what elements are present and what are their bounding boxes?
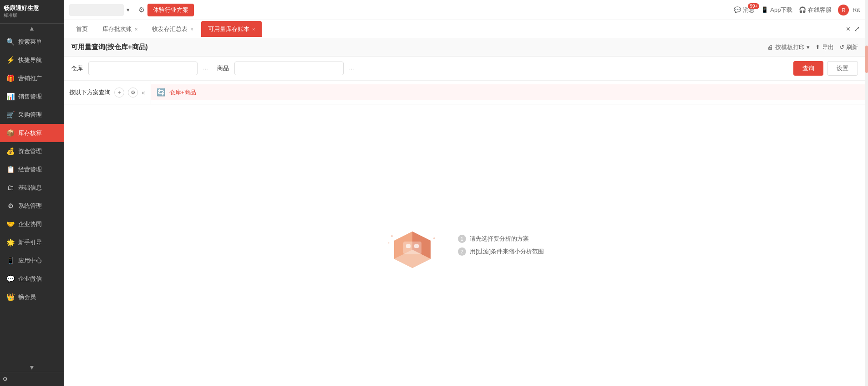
expand-button[interactable]: ⤢ — [854, 25, 860, 33]
query-buttons: 查询 设置 — [793, 61, 858, 76]
sidebar-item-label: 企业协同 — [18, 220, 42, 228]
online-service-button[interactable]: 🎧 在线客服 — [799, 6, 832, 14]
print-button[interactable]: 🖨 按模板打印 ▾ — [767, 43, 810, 51]
tab-home[interactable]: 首页 — [69, 21, 95, 37]
operation-icon: 📋 — [6, 165, 15, 174]
tab-receive-summary[interactable]: 收发存汇总表 × — [145, 21, 200, 37]
refresh-button[interactable]: ↺ 刷新 — [839, 43, 858, 51]
sidebar-item-inventory[interactable]: 📦 库存核算 — [0, 124, 64, 142]
sidebar-item-finance[interactable]: 💰 资金管理 — [0, 142, 64, 160]
tab-available-ledger[interactable]: 可用量库存账本 × — [201, 21, 262, 37]
sidebar-bottom-settings[interactable]: ⚙ — [0, 372, 64, 386]
page-header: 可用量查询(按仓库+商品) 🖨 按模板打印 ▾ ⬆ 导出 ↺ 刷新 — [64, 38, 865, 57]
export-button[interactable]: ⬆ 导出 — [815, 43, 834, 51]
tab-label: 可用量库存账本 — [208, 25, 249, 33]
app-download-button[interactable]: 📱 App下载 — [761, 6, 792, 14]
sidebar-item-enterprise-wx[interactable]: 💬 企业微信 — [0, 270, 64, 288]
guide-icon: 🌟 — [6, 238, 15, 247]
basic-icon: 🗂 — [6, 184, 15, 191]
sidebar-item-member[interactable]: 👑 畅会员 — [0, 288, 64, 306]
sidebar-item-label: 系统管理 — [18, 202, 42, 210]
sidebar-item-label: 资金管理 — [18, 147, 42, 155]
scheme-item-label: 仓库+商品 — [169, 88, 197, 97]
sidebar-item-marketing[interactable]: 🎁 营销推广 — [0, 69, 64, 87]
tip-text-2: 用[过滤]条件来缩小分析范围 — [470, 247, 544, 256]
scroll-handle[interactable] — [865, 46, 868, 73]
enterprise-icon: 🤝 — [6, 220, 15, 228]
refresh-icon: ↺ — [839, 44, 844, 51]
tab-close-icon[interactable]: × — [135, 26, 137, 32]
close-all-tabs-button[interactable]: × — [846, 25, 850, 33]
sidebar-scroll-up[interactable]: ▲ — [0, 24, 64, 33]
sidebar-item-operation[interactable]: 📋 经营管理 — [0, 160, 64, 179]
sidebar-item-enterprise[interactable]: 🤝 企业协同 — [0, 215, 64, 233]
gear-icon[interactable]: ⚙ — [138, 5, 145, 14]
brand-subtitle: 标准版 — [4, 12, 60, 19]
sidebar-scroll-down[interactable]: ▼ — [0, 363, 64, 372]
tab-batch-account[interactable]: 库存批次账 × — [96, 21, 144, 37]
sidebar-item-basic[interactable]: 🗂 基础信息 — [0, 179, 64, 197]
app-icon: 📱 — [761, 6, 768, 13]
sidebar-item-sales[interactable]: 📊 销售管理 — [0, 87, 64, 106]
tip-number-2: 2 — [458, 247, 466, 256]
goods-more-button[interactable]: ··· — [347, 65, 356, 72]
sidebar-item-app-center[interactable]: 📱 应用中心 — [0, 252, 64, 270]
export-label: 导出 — [822, 43, 834, 51]
sidebar-item-label: 库存核算 — [18, 129, 42, 137]
setting-button[interactable]: 设置 — [827, 61, 858, 76]
sidebar-nav: 🔍 搜索菜单 ⚡ 快捷导航 🎁 营销推广 📊 销售管理 🛒 采购管理 📦 — [0, 33, 64, 363]
print-icon: 🖨 — [767, 44, 773, 51]
scheme-item-warehouse-goods[interactable]: 🔄 仓库+商品 — [151, 84, 865, 100]
query-button[interactable]: 查询 — [793, 61, 823, 76]
top-bar-search-input[interactable] — [69, 4, 124, 16]
tab-label: 库存批次账 — [102, 25, 132, 33]
empty-tip-1: 1 请先选择要分析的方案 — [458, 235, 544, 243]
dropdown-arrow-icon[interactable]: ▾ — [127, 6, 136, 13]
empty-illustration — [385, 222, 440, 268]
goods-input[interactable] — [234, 62, 344, 75]
page-header-actions: 🖨 按模板打印 ▾ ⬆ 导出 ↺ 刷新 — [767, 43, 858, 51]
warehouse-input[interactable] — [88, 62, 198, 75]
svg-point-9 — [433, 237, 435, 239]
user-menu[interactable]: R Rit — [838, 5, 860, 15]
tip-text-1: 请先选择要分析的方案 — [470, 235, 529, 243]
sidebar-item-guide[interactable]: 🌟 新手引导 — [0, 233, 64, 252]
sidebar-item-label: 采购管理 — [18, 111, 42, 119]
tab-close-icon[interactable]: × — [252, 26, 255, 32]
sidebar-item-label: 畅会员 — [18, 293, 36, 301]
scheme-setting-button[interactable]: ⚙ — [128, 87, 138, 98]
sidebar: 畅康通好生意 标准版 ▲ 🔍 搜索菜单 ⚡ 快捷导航 🎁 营销推广 📊 销售管理 — [0, 0, 64, 386]
scheme-header: 按以下方案查询 + ⚙ « — [64, 81, 151, 104]
warehouse-field-group: 仓库 ··· — [71, 62, 210, 75]
tip-number-1: 1 — [458, 235, 466, 243]
query-fields-row: 仓库 ··· 商品 ··· 查询 设置 — [64, 57, 865, 81]
empty-state: 1 请先选择要分析的方案 2 用[过滤]条件来缩小分析范围 — [64, 104, 865, 386]
tab-actions: × ⤢ — [846, 25, 860, 33]
right-scrollbar[interactable] — [865, 0, 868, 386]
svg-point-7 — [391, 235, 393, 237]
sidebar-item-purchase[interactable]: 🛒 采购管理 — [0, 106, 64, 124]
tab-bar: 首页 库存批次账 × 收发存汇总表 × 可用量库存账本 × × ⤢ — [64, 20, 865, 38]
print-dropdown-icon: ▾ — [807, 44, 810, 51]
goods-field-group: 商品 ··· — [217, 62, 356, 75]
sidebar-item-search[interactable]: 🔍 搜索菜单 — [0, 33, 64, 51]
collapse-icon[interactable]: « — [142, 89, 145, 96]
sidebar-item-system[interactable]: ⚙ 系统管理 — [0, 197, 64, 215]
sidebar-item-label: 基础信息 — [18, 184, 42, 192]
message-count-badge: 99+ — [748, 3, 759, 9]
inventory-icon: 📦 — [6, 129, 15, 137]
svg-rect-5 — [406, 244, 411, 248]
query-area: 仓库 ··· 商品 ··· 查询 设置 按以下方案查询 + — [64, 57, 865, 104]
page-title: 可用量查询(按仓库+商品) — [71, 43, 148, 51]
message-button[interactable]: 💬 消息 99+ — [734, 6, 755, 14]
experience-button[interactable]: 体验行业方案 — [147, 4, 194, 16]
sidebar-item-quick-nav[interactable]: ⚡ 快捷导航 — [0, 51, 64, 69]
svg-rect-4 — [403, 242, 421, 254]
service-label: 在线客服 — [808, 6, 832, 14]
add-scheme-button[interactable]: + — [114, 87, 124, 98]
warehouse-more-button[interactable]: ··· — [201, 65, 210, 72]
tab-close-icon[interactable]: × — [190, 26, 193, 32]
export-icon: ⬆ — [815, 44, 820, 51]
print-label: 按模板打印 — [775, 43, 805, 51]
system-icon: ⚙ — [6, 202, 15, 210]
